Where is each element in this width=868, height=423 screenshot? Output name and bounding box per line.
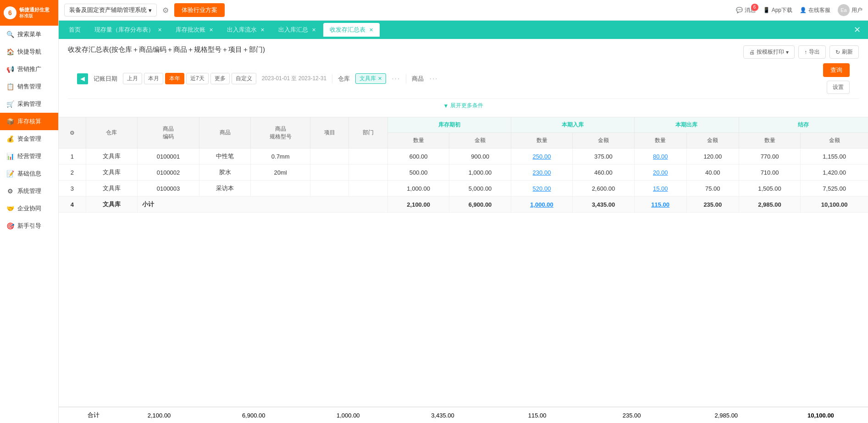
sidebar-item-enterprise[interactable]: 🤝企业协同 [0,200,58,217]
sidebar-item-label: 新手引导 [17,222,41,230]
sidebar-item-finance[interactable]: 💰资金管理 [0,130,58,148]
system-selector[interactable]: 装备及固定资产辅助管理系统 ▾ [64,4,157,16]
row-out-amt: 120.00 [686,148,739,165]
footer-in-amt: 3,435.00 [395,412,490,419]
message-btn[interactable]: 💬 消息 6 [736,6,756,14]
footer-open-amt: 6,900.00 [206,412,301,419]
settings-icon[interactable]: ⚙ [162,6,169,15]
page-actions: 🖨 按模板打印 ▾ ↑ 导出 ↻ 刷新 [743,45,859,59]
tab-inout-flow[interactable]: 出入库流水✕ [221,23,271,37]
row-in-qty[interactable]: 520.00 [511,181,572,197]
row-in-amt: 460.00 [573,165,634,181]
tab-close-btn[interactable]: ✕ [260,27,265,33]
table-settings-btn[interactable]: ⚙ [59,117,86,148]
query-btn[interactable]: 查询 [823,63,850,77]
row-spec [251,181,310,197]
row-goods: 中性笔 [199,148,251,165]
date-this-month-btn[interactable]: 本月 [144,73,163,84]
col-header-goods: 商品 [199,117,251,148]
sidebar-item-quicknav[interactable]: 🏠快捷导航 [0,43,58,60]
sidebar-item-label: 企业协同 [17,204,41,213]
date-this-year-btn[interactable]: 本年 [165,73,184,84]
row-in-qty[interactable]: 230.00 [511,165,572,181]
row-project [310,165,348,181]
row-in-qty[interactable]: 250.00 [511,148,572,165]
row-in-amt: 2,600.00 [573,181,634,197]
subtotal-row: 4 文具库 小计 2,100.00 6,900.00 1,000.00 3,43… [59,197,868,213]
row-out-qty[interactable]: 15.00 [634,181,686,197]
warehouse-tag-text: 文具库 [359,75,376,82]
experience-btn[interactable]: 体验行业方案 [174,3,225,17]
filter-collapse-btn[interactable]: ◀ [77,73,88,84]
sidebar-item-sales[interactable]: 📋销售管理 [0,78,58,95]
sidebar-item-search[interactable]: 🔍搜索菜单 [0,26,58,43]
close-all-tabs-btn[interactable]: ✕ [850,25,864,35]
row-open-qty: 1,000.00 [387,181,449,197]
date-custom-btn[interactable]: 自定义 [232,73,256,84]
warehouse-ellipsis[interactable]: ··· [392,75,400,83]
tab-inout-summary[interactable]: 出入库汇总✕ [272,23,322,37]
tab-close-btn[interactable]: ✕ [312,27,316,33]
col-header-dept: 部门 [349,117,387,148]
row-out-qty[interactable]: 20.00 [634,165,686,181]
set-btn[interactable]: 设置 [827,81,850,94]
tab-batch[interactable]: 库存批次账✕ [169,23,220,37]
tab-inventory-dist[interactable]: 现存量（库存分布表）✕ [88,23,168,37]
expand-conditions-btn[interactable]: ▼ 展开更多条件 [443,102,484,110]
print-template-btn[interactable]: 🖨 按模板打印 ▾ [743,45,795,59]
sidebar-item-newbie[interactable]: 🎯新手引导 [0,217,58,235]
warehouse-tag[interactable]: 文具库 ✕ [355,73,386,84]
subtotal-bal-qty: 2,985.00 [739,197,800,213]
table-footer: 合计 2,100.00 6,900.00 1,000.00 3,435.00 1… [59,407,868,423]
enterprise-icon: 🤝 [6,205,14,212]
sidebar-item-operations[interactable]: 📊经营管理 [0,148,58,165]
row-in-amt: 375.00 [573,148,634,165]
expand-conditions-row: ▼ 展开更多条件 [68,99,859,112]
filter-bar: ◀ 记账日期 上月 本月 本年 近7天 更多 自定义 2023-01-01 至 … [68,59,859,99]
tab-close-btn[interactable]: ✕ [209,27,213,33]
sidebar-item-label: 库存核算 [17,117,41,126]
user-btn[interactable]: Ea 用户 [838,4,862,16]
sidebar-item-label: 基础信息 [17,170,41,178]
tab-recv-send-summary[interactable]: 收发存汇总表✕ [323,23,380,37]
date-options: 上月 本月 本年 近7天 更多 自定义 [123,73,256,84]
sidebar-item-marketing[interactable]: 📢营销推广 [0,60,58,78]
subtotal-open-amt: 6,900.00 [449,197,511,213]
sidebar-item-basic[interactable]: 📝基础信息 [0,165,58,182]
date-more-btn[interactable]: 更多 [210,73,230,84]
user-label: 用户 [851,6,862,14]
tab-label: 首页 [69,26,81,34]
app-download-btn[interactable]: 📱 App下载 [763,6,792,14]
service-label: 在线客服 [808,6,830,14]
row-goods: 胶水 [199,165,251,181]
tab-close-btn[interactable]: ✕ [369,27,373,33]
online-service-btn[interactable]: 👤 在线客服 [800,6,830,14]
newbie-icon: 🎯 [6,222,14,230]
refresh-btn[interactable]: ↻ 刷新 [829,45,859,59]
subtotal-out-qty: 115.00 [634,197,686,213]
table-row: 3 文具库 0100003 采访本 1,000.00 5,000.00 520.… [59,181,868,197]
subtotal-in-qty: 1,000.00 [511,197,572,213]
col-header-project: 项目 [310,117,348,148]
refresh-icon: ↻ [835,49,840,55]
row-out-qty[interactable]: 80.00 [634,148,686,165]
date-7days-btn[interactable]: 近7天 [186,73,209,84]
date-last-month-btn[interactable]: 上月 [123,73,142,84]
goods-ellipsis[interactable]: ··· [429,75,438,83]
row-project [310,181,348,197]
sidebar-item-system[interactable]: ⚙系统管理 [0,182,58,200]
print-btn[interactable]: 🖨 按模板打印 ▾ [743,45,795,59]
export-btn[interactable]: ↑ 导出 [798,45,826,59]
tab-label: 库存批次账 [176,26,205,34]
row-no: 1 [59,148,86,165]
service-icon: 👤 [800,7,807,13]
row-bal-qty: 1,505.00 [739,181,800,197]
tab-home[interactable]: 首页 [62,23,87,37]
footer-values: 2,100.00 6,900.00 1,000.00 3,435.00 115.… [112,412,868,419]
tab-close-btn[interactable]: ✕ [158,27,162,33]
warehouse-tag-close-btn[interactable]: ✕ [378,76,382,82]
sub-header-out-qty: 数量 [634,133,686,148]
sidebar-item-purchase[interactable]: 🛒采购管理 [0,95,58,113]
sidebar-item-inventory[interactable]: 📦库存核算 [0,113,58,130]
row-open-amt: 1,000.00 [449,165,511,181]
